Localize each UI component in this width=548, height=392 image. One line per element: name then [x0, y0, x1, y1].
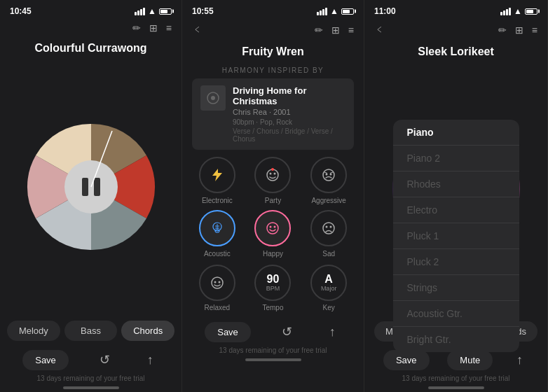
share-button-2[interactable]: ↑ — [324, 322, 341, 342]
mood-circle-acoustic[interactable] — [199, 210, 235, 246]
reset-button-2[interactable]: ↺ — [276, 321, 298, 342]
song-title: Driving Home for Christmas — [233, 85, 345, 106]
mood-party[interactable]: Party — [248, 157, 299, 204]
svg-point-23 — [323, 223, 334, 234]
mood-label-party: Party — [265, 197, 281, 204]
bottom-tabs-1[interactable]: Melody Bass Chords — [0, 314, 181, 345]
signal-icon-2 — [317, 8, 327, 15]
mood-happy[interactable]: Happy — [248, 210, 299, 258]
edit-icon-3[interactable]: ✏ — [498, 24, 507, 36]
svg-point-27 — [214, 281, 216, 284]
grid-icon[interactable]: ⊞ — [149, 22, 158, 34]
top-nav-1: ✏ ⊞ ≡ — [0, 20, 181, 39]
grid-icon-2[interactable]: ⊞ — [331, 24, 340, 36]
share-button-3[interactable]: ↑ — [511, 350, 528, 370]
nav-icons-3[interactable]: ✏ ⊞ ≡ — [498, 24, 537, 36]
save-button-3[interactable]: Save — [383, 350, 430, 370]
dropdown-item-piano[interactable]: Piano — [393, 120, 519, 146]
save-button-2[interactable]: Save — [205, 322, 251, 342]
svg-point-9 — [274, 173, 276, 175]
mood-sad[interactable]: Sad — [303, 210, 354, 258]
dropdown-item-pluck1[interactable]: Pluck 1 — [393, 223, 519, 249]
wheel-svg-1[interactable] — [21, 117, 161, 257]
mood-circle-happy[interactable] — [254, 210, 291, 246]
svg-point-10 — [271, 168, 274, 171]
dropdown-item-strings[interactable]: Strings — [393, 275, 519, 301]
instrument-dropdown[interactable]: Piano Piano 2 Rhodes Electro Pluck 1 Plu… — [393, 120, 519, 352]
wifi-icon: ▲ — [148, 6, 156, 16]
metrics-row[interactable]: Relaxed 90 BPM Tempo A Major Key — [182, 265, 364, 317]
svg-line-14 — [324, 172, 327, 174]
song-info: Driving Home for Christmas Chris Rea · 2… — [233, 85, 345, 143]
battery-icon-3 — [525, 8, 537, 15]
dropdown-item-bright-gtr[interactable]: Bright Gtr. — [393, 327, 519, 352]
metric-circle-key[interactable]: A Major — [310, 265, 347, 301]
tab-bass-1[interactable]: Bass — [64, 321, 118, 341]
svg-point-20 — [267, 223, 278, 234]
mood-label-acoustic: Acoustic — [204, 250, 231, 258]
menu-icon-2[interactable]: ≡ — [348, 24, 354, 36]
svg-rect-1 — [82, 178, 88, 196]
mood-electronic[interactable]: Electronic — [192, 157, 242, 204]
mood-circle-electronic[interactable] — [199, 157, 235, 193]
song-card[interactable]: Driving Home for Christmas Chris Rea · 2… — [192, 78, 354, 150]
tab-melody-1[interactable]: Melody — [7, 321, 60, 341]
dropdown-item-electro[interactable]: Electro — [393, 197, 519, 223]
trial-text-3: 13 days remaining of your free trial — [364, 373, 547, 386]
moods-grid[interactable]: Electronic Party — [182, 157, 364, 265]
metric-label-relaxed: Relaxed — [204, 304, 230, 312]
metric-label-tempo: Tempo — [262, 304, 283, 312]
svg-point-28 — [218, 281, 220, 284]
bottom-toolbar-2[interactable]: Save ↺ ↑ — [182, 317, 364, 345]
dropdown-item-acoustic-gtr[interactable]: Acoustic Gtr. — [393, 301, 519, 327]
song-structure: Verse / Chorus / Bridge / Verse / Chorus — [233, 127, 345, 143]
dropdown-item-rhodes[interactable]: Rhodes — [393, 172, 519, 197]
mute-button-3[interactable]: Mute — [447, 350, 493, 370]
grid-icon-3[interactable]: ⊞ — [515, 24, 523, 36]
time-1: 10:45 — [10, 6, 32, 16]
svg-point-12 — [326, 174, 328, 176]
metric-circle-relaxed[interactable] — [199, 265, 235, 301]
bottom-toolbar-1[interactable]: Save ↺ ↑ — [0, 345, 181, 373]
metric-relaxed[interactable]: Relaxed — [199, 265, 235, 312]
reset-button-1[interactable]: ↺ — [94, 349, 116, 370]
svg-point-8 — [270, 173, 272, 175]
nav-icons-1[interactable]: ✏ ⊞ ≡ — [132, 22, 172, 34]
menu-icon-3[interactable]: ≡ — [532, 24, 537, 36]
share-button-1[interactable]: ↑ — [142, 350, 159, 370]
edit-icon-2[interactable]: ✏ — [315, 24, 323, 36]
edit-icon[interactable]: ✏ — [132, 22, 141, 34]
top-nav-3: ﹤ ✏ ⊞ ≡ — [364, 20, 547, 43]
dropdown-item-piano2[interactable]: Piano 2 — [393, 146, 519, 172]
status-bar-1: 10:45 ▲ — [0, 0, 181, 20]
back-chevron-2[interactable]: ﹤ — [192, 22, 203, 37]
mood-label-sad: Sad — [322, 250, 335, 258]
panel2-title: Fruity Wren — [182, 43, 364, 64]
mood-circle-party[interactable] — [254, 157, 291, 193]
svg-point-13 — [330, 174, 332, 176]
time-3: 11:00 — [374, 6, 396, 16]
mood-aggressive[interactable]: Aggressive — [303, 157, 354, 204]
home-indicator-1 — [63, 386, 119, 389]
dropdown-item-pluck2[interactable]: Pluck 2 — [393, 249, 519, 275]
battery-icon — [159, 8, 172, 15]
nav-icons-2[interactable]: ✏ ⊞ ≡ — [315, 24, 354, 36]
status-bar-3: 11:00 ▲ — [364, 0, 547, 20]
save-button-1[interactable]: Save — [22, 350, 69, 370]
metric-tempo[interactable]: 90 BPM Tempo — [254, 265, 291, 312]
panel3-title: Sleek Lorikeet — [364, 43, 547, 64]
tab-chords-1[interactable]: Chords — [121, 321, 174, 341]
wifi-icon-3: ▲ — [514, 6, 522, 16]
harmony-label: HARMONY INSPIRED BY — [182, 64, 364, 78]
mood-acoustic[interactable]: Acoustic — [192, 210, 242, 258]
metric-label-key: Key — [323, 304, 335, 312]
metric-key[interactable]: A Major Key — [310, 265, 347, 312]
menu-icon[interactable]: ≡ — [166, 22, 172, 34]
back-chevron-3[interactable]: ﹤ — [374, 22, 385, 37]
metric-circle-tempo[interactable]: 90 BPM — [254, 265, 291, 301]
song-bpm: 90bpm · Pop, Rock — [233, 118, 345, 126]
mood-circle-sad[interactable] — [310, 210, 347, 246]
key-unit: Major — [321, 285, 337, 292]
mood-circle-aggressive[interactable] — [310, 157, 347, 193]
svg-line-15 — [330, 172, 333, 174]
